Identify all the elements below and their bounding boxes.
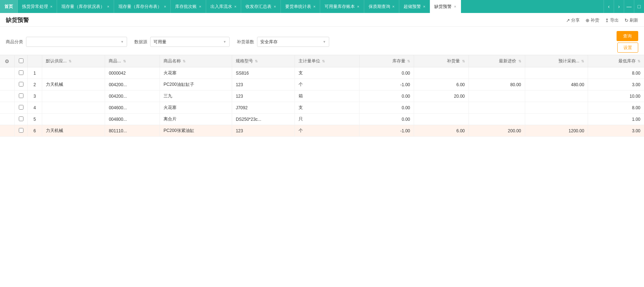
row-spec: 123 xyxy=(232,79,295,90)
th-goods-code[interactable]: 商品... ⇅ xyxy=(105,55,160,67)
row-unit: 支 xyxy=(295,102,359,114)
query-button[interactable]: 查询 xyxy=(617,31,638,41)
row-check[interactable] xyxy=(14,67,27,79)
row-plan-purchase: 1200.00 xyxy=(525,125,588,137)
plan-purchase-sort-icon: ⇅ xyxy=(581,59,584,63)
tab-close-icon[interactable]: × xyxy=(313,4,316,9)
th-unit-label: 主计量单位 xyxy=(299,58,320,63)
tab-minimize-btn[interactable]: — xyxy=(624,0,634,13)
th-supplier-label: 默认供应... xyxy=(46,58,67,63)
replenish-base-select[interactable]: 安全库存 ▼ xyxy=(257,37,329,47)
tab-batch-account[interactable]: 库存批次账 × xyxy=(171,0,206,13)
row-num: 6 xyxy=(27,125,42,137)
tab-avail-ledger[interactable]: 可用量库存账本 × xyxy=(320,0,364,13)
row-checkbox-1[interactable] xyxy=(19,82,23,87)
tab-stock-exception[interactable]: 拣货异常处理 × xyxy=(18,0,57,13)
row-replenish: 20.00 xyxy=(414,90,469,102)
row-replenish: 6.00 xyxy=(414,79,469,90)
row-checkbox-5[interactable] xyxy=(19,128,23,133)
replenish-button[interactable]: ⊕ 补货 xyxy=(586,17,599,23)
row-check[interactable] xyxy=(14,90,27,102)
th-check[interactable] xyxy=(14,55,27,67)
tab-close-icon[interactable]: × xyxy=(234,4,236,9)
datasource-value: 可用量 xyxy=(153,39,166,45)
tab-stock-dist[interactable]: 现存量（库存分布表） × xyxy=(114,0,171,13)
row-checkbox-3[interactable] xyxy=(19,105,23,110)
row-num: 2 xyxy=(27,79,42,90)
tab-home[interactable]: 首页 xyxy=(0,0,18,13)
export-label: 导出 xyxy=(610,17,619,23)
tab-close-icon[interactable]: × xyxy=(274,4,276,9)
table-header-row: ⚙ 默认供应... ⇅ 商品... ⇅ 商品名称 xyxy=(0,55,644,67)
tab-scroll-left-btn[interactable]: ‹ xyxy=(604,0,614,13)
filter-bar: 商品分类 ▼ 数据源 可用量 ▼ 补货基数 安全库存 ▼ 查询 设置 xyxy=(0,27,644,55)
row-stock: 0.00 xyxy=(359,114,414,125)
page-title: 缺货预警 xyxy=(6,17,29,24)
settings-gear-icon[interactable]: ⚙ xyxy=(5,58,9,64)
row-min-stock: 3.00 xyxy=(588,79,644,90)
settings-button[interactable]: 设置 xyxy=(617,43,638,53)
row-latest-price xyxy=(469,90,525,102)
export-button[interactable]: ↥ 导出 xyxy=(605,17,619,23)
tab-close-icon[interactable]: × xyxy=(454,4,456,9)
th-spec-label: 规格型号 xyxy=(236,58,253,63)
th-supplier[interactable]: 默认供应... ⇅ xyxy=(42,55,105,67)
tab-recv-summary[interactable]: 收发存汇总表 × xyxy=(241,0,280,13)
supplier-sort-icon: ⇅ xyxy=(69,59,71,63)
spec-sort-icon: ⇅ xyxy=(255,59,258,63)
th-replenish-label: 补货量 xyxy=(447,58,460,63)
row-check[interactable] xyxy=(14,102,27,114)
goods-name-sort-icon: ⇅ xyxy=(183,59,186,63)
row-supplier xyxy=(42,114,105,125)
row-goods-code: 004800... xyxy=(105,114,160,125)
th-spec[interactable]: 规格型号 ⇅ xyxy=(232,55,295,67)
tab-close-icon[interactable]: × xyxy=(107,4,109,9)
tab-expiry-query[interactable]: 保质期查询 × xyxy=(364,0,399,13)
th-plan-purchase[interactable]: 预计采购... ⇅ xyxy=(525,55,588,67)
tab-overstock-warning[interactable]: 超储预警 × xyxy=(399,0,430,13)
tab-close-icon[interactable]: × xyxy=(199,4,201,9)
row-checkbox-2[interactable] xyxy=(19,93,23,98)
tab-close-icon[interactable]: × xyxy=(392,4,395,9)
tab-order-stat[interactable]: 要货单统计表 × xyxy=(281,0,320,13)
th-unit[interactable]: 主计量单位 ⇅ xyxy=(295,55,359,67)
row-settings xyxy=(0,67,14,79)
row-plan-purchase xyxy=(525,102,588,114)
tab-inout-flow[interactable]: 出入库流水 × xyxy=(206,0,241,13)
row-min-stock: 3.00 xyxy=(588,125,644,137)
refresh-button[interactable]: ↻ 刷新 xyxy=(625,17,638,23)
row-checkbox-0[interactable] xyxy=(19,70,23,75)
row-goods-name: 三九 xyxy=(160,90,232,102)
select-all-checkbox[interactable] xyxy=(19,58,23,63)
row-spec: DS250*23c... xyxy=(232,114,295,125)
tab-shortage-warning[interactable]: 缺货预警 × xyxy=(430,0,461,13)
datasource-select[interactable]: 可用量 ▼ xyxy=(150,37,230,47)
tab-label: 拣货异常处理 xyxy=(22,4,48,10)
row-goods-name: 离合片 xyxy=(160,114,232,125)
row-min-stock: 10.00 xyxy=(588,90,644,102)
tab-stock-status[interactable]: 现存量（库存状况表） × xyxy=(57,0,114,13)
row-unit: 只 xyxy=(295,114,359,125)
tab-maximize-btn[interactable]: □ xyxy=(634,0,644,13)
th-replenish[interactable]: 补货量 ⇅ xyxy=(414,55,469,67)
row-goods-code: 004600... xyxy=(105,102,160,114)
row-replenish xyxy=(414,102,469,114)
tab-scroll-right-btn[interactable]: › xyxy=(614,0,624,13)
row-check[interactable] xyxy=(14,114,27,125)
tab-close-icon[interactable]: × xyxy=(50,4,52,9)
tab-close-icon[interactable]: × xyxy=(357,4,359,9)
th-settings[interactable]: ⚙ xyxy=(0,55,14,67)
share-button[interactable]: ↗ 分享 xyxy=(566,17,580,23)
row-check[interactable] xyxy=(14,79,27,90)
category-select[interactable]: ▼ xyxy=(26,37,127,47)
row-goods-name: PC200油缸缸子 xyxy=(160,79,232,90)
row-check[interactable] xyxy=(14,125,27,137)
th-stock[interactable]: 库存量 ⇅ xyxy=(359,55,414,67)
tab-close-icon[interactable]: × xyxy=(423,4,425,9)
th-latest-price[interactable]: 最新进价 ⇅ xyxy=(469,55,525,67)
tab-close-icon[interactable]: × xyxy=(164,4,166,9)
row-checkbox-4[interactable] xyxy=(19,116,23,121)
th-min-stock[interactable]: 最低库存 ⇅ xyxy=(588,55,644,67)
th-goods-name[interactable]: 商品名称 ⇅ xyxy=(160,55,232,67)
row-stock: -1.00 xyxy=(359,79,414,90)
